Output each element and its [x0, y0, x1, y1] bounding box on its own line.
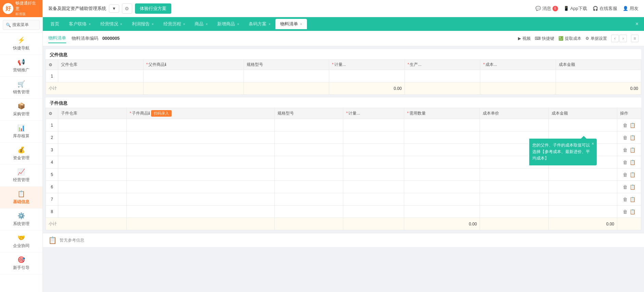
delete-icon-1[interactable]: 🗑: [623, 122, 628, 128]
child-cost-amount-5[interactable]: [548, 168, 617, 181]
copy-icon-2[interactable]: 📋: [630, 135, 635, 140]
parent-product-cell[interactable]: [143, 70, 244, 82]
extract-cost-action[interactable]: 💹 提取成本: [558, 36, 581, 42]
sidebar-item-inventory[interactable]: 📊 库存核算: [0, 121, 42, 143]
tab-profit[interactable]: 利润报告 ×: [127, 19, 159, 29]
child-warehouse-1[interactable]: [58, 119, 127, 131]
tab-history-close[interactable]: ×: [183, 22, 185, 26]
child-qty-5[interactable]: [404, 168, 480, 181]
delete-icon-4[interactable]: 🗑: [623, 160, 628, 165]
copy-icon-5[interactable]: 📋: [630, 172, 635, 177]
child-unit-1[interactable]: [343, 119, 404, 131]
child-spec-4[interactable]: [275, 156, 343, 168]
child-spec-1[interactable]: [275, 119, 343, 131]
child-warehouse-6[interactable]: [58, 181, 127, 193]
child-spec-5[interactable]: [275, 168, 343, 181]
child-unit-price-1[interactable]: [480, 119, 548, 131]
sidebar-item-sales[interactable]: 🛒 销售管理: [0, 77, 42, 99]
child-qty-8[interactable]: [404, 206, 480, 218]
child-spec-3[interactable]: [275, 144, 343, 156]
tab-profit-close[interactable]: ×: [152, 22, 154, 26]
copy-icon-1[interactable]: 📋: [630, 122, 635, 128]
sidebar-item-finance[interactable]: 💰 资金管理: [0, 143, 42, 165]
delete-icon-6[interactable]: 🗑: [623, 184, 628, 190]
tab-products-close[interactable]: ×: [206, 22, 208, 26]
child-product-4[interactable]: [127, 156, 275, 168]
parent-col-gear[interactable]: ⚙: [46, 60, 58, 70]
child-product-8[interactable]: [127, 206, 275, 218]
child-warehouse-8[interactable]: [58, 206, 127, 218]
child-spec-6[interactable]: [275, 181, 343, 193]
child-cost-amount-8[interactable]: [548, 206, 617, 218]
tab-products[interactable]: 商品 ×: [190, 19, 212, 29]
child-warehouse-4[interactable]: [58, 156, 127, 168]
tab-customers-close[interactable]: ×: [89, 22, 91, 26]
child-unit-4[interactable]: [343, 156, 404, 168]
video-action[interactable]: ▶ 视频: [518, 36, 531, 42]
tooltip-close-button[interactable]: ×: [592, 141, 594, 147]
parent-spec-cell[interactable]: [244, 70, 329, 82]
copy-icon-8[interactable]: 📋: [630, 209, 635, 214]
parent-cost-cell[interactable]: [480, 70, 556, 82]
close-all-tabs-button[interactable]: ×: [633, 20, 641, 28]
child-product-5[interactable]: [127, 168, 275, 181]
child-product-2[interactable]: [127, 131, 275, 144]
tab-bom-close[interactable]: ×: [300, 22, 302, 26]
child-qty-1[interactable]: [404, 119, 480, 131]
parent-cost-amount-cell[interactable]: [556, 70, 641, 82]
child-cost-amount-7[interactable]: [548, 193, 617, 206]
parent-production-cell[interactable]: [405, 70, 480, 82]
child-qty-6[interactable]: [404, 181, 480, 193]
tab-operations-close[interactable]: ×: [120, 22, 122, 26]
sub-tab-bom-code[interactable]: 物料清单编码 0000005: [72, 34, 120, 43]
sidebar-item-guide[interactable]: 🎯 新手引导: [0, 253, 42, 275]
child-unit-5[interactable]: [343, 168, 404, 181]
child-qty-4[interactable]: [404, 156, 480, 168]
tab-operations[interactable]: 经营情况 ×: [96, 19, 127, 29]
prev-record-button[interactable]: ‹: [611, 35, 619, 42]
child-unit-6[interactable]: [343, 181, 404, 193]
child-cost-amount-1[interactable]: [548, 119, 617, 131]
child-warehouse-5[interactable]: [58, 168, 127, 181]
online-service-button[interactable]: 🎧 在线客服: [593, 5, 617, 12]
child-col-gear[interactable]: ⚙: [46, 108, 58, 119]
sidebar-item-marketing[interactable]: 📢 营销推广: [0, 55, 42, 77]
view-toggle-button[interactable]: ≡: [631, 35, 639, 42]
user-button[interactable]: 👤 用友: [623, 5, 639, 12]
settings-gear-button[interactable]: ⚙: [122, 3, 132, 14]
sidebar-item-system[interactable]: ⚙️ 系统管理: [0, 209, 42, 231]
sidebar-item-operation[interactable]: 📈 经营管理: [0, 165, 42, 187]
trial-button[interactable]: 体验行业方案: [135, 3, 171, 14]
child-product-6[interactable]: [127, 181, 275, 193]
delete-icon-5[interactable]: 🗑: [623, 172, 628, 177]
tab-home[interactable]: 首页: [46, 19, 64, 29]
sub-tab-bom-list[interactable]: 物料清单: [48, 34, 66, 43]
delete-icon-3[interactable]: 🗑: [623, 147, 628, 153]
child-product-7[interactable]: [127, 193, 275, 206]
parent-warehouse-cell[interactable]: [58, 70, 144, 82]
child-product-3[interactable]: [127, 144, 275, 156]
delete-icon-7[interactable]: 🗑: [623, 197, 628, 202]
next-record-button[interactable]: ›: [619, 35, 627, 42]
shortcut-action[interactable]: ⌨ 快捷键: [535, 36, 554, 42]
child-unit-price-8[interactable]: [480, 206, 548, 218]
tab-barcode[interactable]: 条码方案 ×: [244, 19, 275, 29]
child-warehouse-2[interactable]: [58, 131, 127, 144]
child-unit-price-5[interactable]: [480, 168, 548, 181]
child-spec-2[interactable]: [275, 131, 343, 144]
child-warehouse-7[interactable]: [58, 193, 127, 206]
tab-bom[interactable]: 物料清单 ×: [275, 19, 307, 29]
delete-icon-8[interactable]: 🗑: [623, 209, 628, 214]
child-cost-amount-6[interactable]: [548, 181, 617, 193]
delete-icon-2[interactable]: 🗑: [623, 135, 628, 140]
message-button[interactable]: 💬 消息 6: [535, 5, 558, 12]
child-qty-7[interactable]: [404, 193, 480, 206]
child-unit-price-7[interactable]: [480, 193, 548, 206]
sidebar-item-enterprise[interactable]: 🤝 企业协同: [0, 231, 42, 253]
system-select-button[interactable]: ▼: [109, 4, 119, 13]
child-unit-7[interactable]: [343, 193, 404, 206]
child-unit-2[interactable]: [343, 131, 404, 144]
tab-barcode-close[interactable]: ×: [269, 22, 271, 26]
sidebar-item-purchase[interactable]: 📦 采购管理: [0, 99, 42, 121]
copy-icon-6[interactable]: 📋: [630, 184, 635, 190]
